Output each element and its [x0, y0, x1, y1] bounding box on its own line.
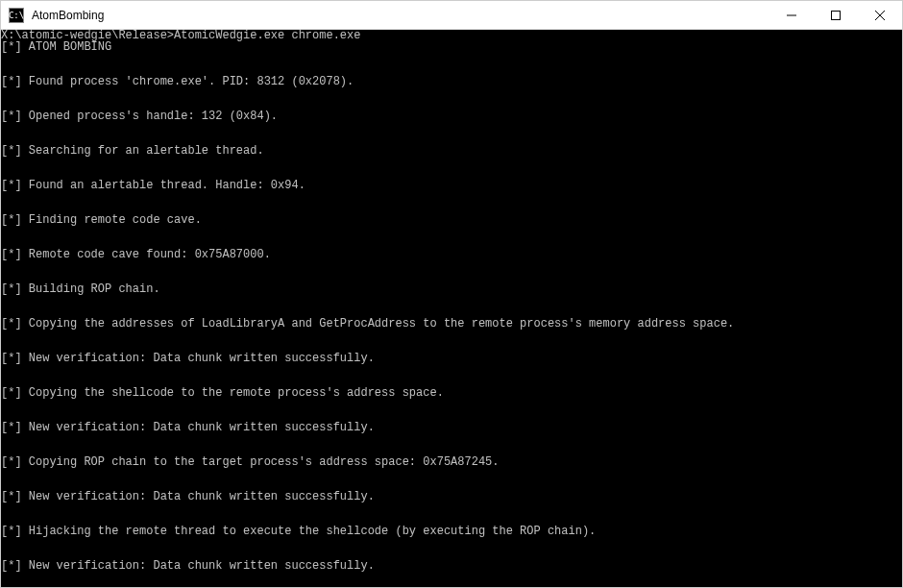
terminal-blank-line — [1, 468, 902, 479]
terminal-blank-line — [1, 295, 902, 306]
minimize-button[interactable] — [769, 1, 814, 29]
terminal-blank-line — [1, 537, 902, 549]
close-icon — [875, 11, 885, 20]
terminal-log-line: [*] Finding remote code cave. — [1, 214, 902, 226]
terminal-log-line: [*] Copying the addresses of LoadLibrary… — [1, 318, 902, 330]
minimize-icon — [787, 11, 796, 20]
terminal-blank-line — [1, 191, 902, 203]
terminal-blank-line — [1, 226, 902, 237]
maximize-icon — [831, 11, 841, 20]
terminal-log-line: [*] New verification: Data chunk written… — [1, 560, 902, 572]
terminal-blank-line — [1, 399, 902, 410]
terminal-blank-line — [1, 87, 902, 99]
titlebar[interactable]: C:\ AtomBombing — [1, 1, 902, 30]
terminal-log-line: [*] Found an alertable thread. Handle: 0… — [1, 180, 902, 191]
terminal-blank-line — [1, 502, 902, 514]
terminal-log-line: [*] New verification: Data chunk written… — [1, 491, 902, 502]
terminal-log-line: [*] Building ROP chain. — [1, 283, 902, 295]
terminal-blank-line — [1, 157, 902, 168]
terminal-prompt-line: X:\atomic-wedgie\Release>AtomicWedgie.ex… — [1, 30, 902, 41]
terminal-log-line: [*] Found process 'chrome.exe'. PID: 831… — [1, 76, 902, 87]
terminal-blank-line — [1, 330, 902, 341]
terminal-log-line: [*] New verification: Data chunk written… — [1, 422, 902, 433]
terminal-blank-line — [1, 260, 902, 272]
close-button[interactable] — [858, 1, 902, 29]
terminal-log-line: [*] Copying the shellcode to the remote … — [1, 387, 902, 399]
terminal-blank-line — [1, 364, 902, 376]
terminal-blank-line — [1, 433, 902, 445]
terminal-log-line: [*] Opened process's handle: 132 (0x84). — [1, 110, 902, 122]
window-title: AtomBombing — [32, 9, 769, 22]
terminal-log-line: [*] Copying ROP chain to the target proc… — [1, 456, 902, 468]
terminal-log-line: [*] ATOM BOMBING — [1, 41, 902, 53]
maximize-button[interactable] — [814, 1, 858, 29]
terminal-log-line: [*] Searching for an alertable thread. — [1, 145, 902, 157]
terminal-log-line: [*] Remote code cave found: 0x75A87000. — [1, 249, 902, 260]
window-controls — [769, 1, 902, 29]
terminal-output[interactable]: X:\atomic-wedgie\Release>AtomicWedgie.ex… — [1, 30, 902, 587]
terminal-log-line: [*] Hijacking the remote thread to execu… — [1, 526, 902, 537]
terminal-blank-line — [1, 122, 902, 134]
svg-rect-1 — [832, 11, 841, 19]
app-window: C:\ AtomBombing X:\atomic-wedgie\Release… — [0, 0, 903, 588]
terminal-log-line: [*] New verification: Data chunk written… — [1, 353, 902, 364]
app-icon: C:\ — [9, 8, 24, 23]
terminal-blank-line — [1, 53, 902, 64]
